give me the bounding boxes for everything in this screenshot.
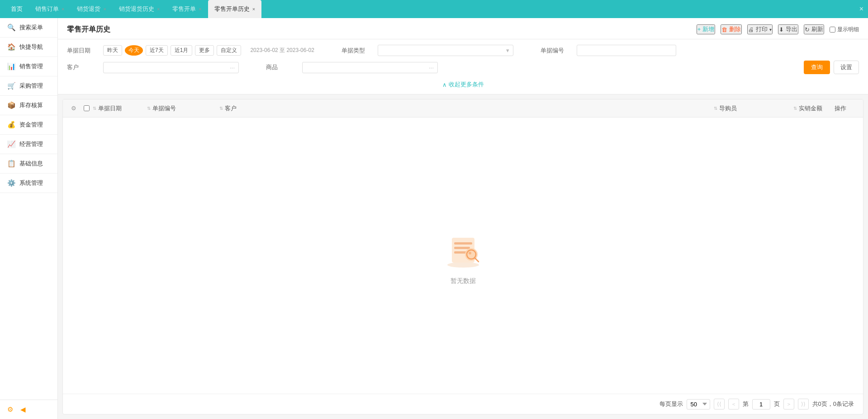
type-filter-select[interactable]: ▾ — [378, 45, 513, 56]
refresh-button[interactable]: ↻ 刷新 — [804, 24, 824, 34]
tab-retail-open-close[interactable]: × — [199, 6, 201, 12]
table-area: ⚙ ⇅ 单据日期 ⇅ 单据编号 ⇅ 客户 ⇅ 导购员 — [62, 99, 863, 414]
display-detail-input[interactable] — [830, 27, 835, 33]
sidebar-item-quick-nav[interactable]: 🏠 快捷导航 — [0, 38, 57, 57]
add-button[interactable]: + 新增 — [697, 24, 715, 34]
tab-sales-return-history-label: 销货退货历史 — [119, 5, 154, 13]
setting-button[interactable]: 设置 — [834, 61, 859, 74]
last-page-btn[interactable]: ⟩⟩ — [798, 399, 809, 410]
sidebar-item-inventory[interactable]: 📦 库存核算 — [0, 96, 57, 115]
customer-ellipsis: ··· — [230, 64, 235, 71]
page-size-label: 每页显示 — [659, 400, 683, 408]
col-guide-label: 导购员 — [719, 104, 737, 113]
sidebar-item-basic-info-label: 基础信息 — [19, 160, 43, 168]
date-range-display: 2023-06-02 至 2023-06-02 — [250, 47, 314, 54]
sidebar-item-sales-mgmt[interactable]: 📊 销售管理 — [0, 57, 57, 76]
sidebar-item-basic-info[interactable]: 📋 基础信息 — [0, 154, 57, 174]
col-customer-sort-icon: ⇅ — [219, 106, 223, 111]
query-button[interactable]: 查询 — [804, 61, 830, 74]
col-amount-sort-icon: ⇅ — [793, 106, 797, 111]
sidebar-item-quick-nav-label: 快捷导航 — [19, 43, 43, 51]
goods-ellipsis: ··· — [429, 64, 434, 71]
tab-sales-return-history-close[interactable]: × — [157, 6, 160, 12]
tab-sales-return-history[interactable]: 销货退货历史 × — [113, 0, 166, 18]
sidebar-item-search-purchase[interactable]: 🔍 搜索采单 — [0, 18, 57, 38]
number-filter-input[interactable] — [577, 45, 676, 56]
select-all-checkbox[interactable] — [84, 105, 90, 111]
col-date-label: 单据日期 — [98, 104, 122, 113]
col-num-sort-icon: ⇅ — [147, 106, 151, 111]
page-header: 零售开单历史 + 新增 🗑 删除 🖨 打印 ▾ ⬇ 导出 — [58, 18, 868, 39]
col-date-sort-icon: ⇅ — [93, 106, 96, 111]
sidebar-item-purchase-mgmt[interactable]: 🛒 采购管理 — [0, 76, 57, 96]
date-btn-custom[interactable]: 自定义 — [217, 45, 241, 56]
sidebar-item-finance[interactable]: 💰 资金管理 — [0, 115, 57, 135]
collapse-more-btn[interactable]: ∧ 收起更多条件 — [442, 80, 484, 89]
col-header-guide[interactable]: ⇅ 导购员 — [714, 104, 768, 113]
filter-area: 单据日期 昨天 今天 近7天 近1月 更多 自定义 2023-06-02 至 2… — [58, 39, 868, 94]
svg-point-8 — [469, 252, 471, 254]
next-page-btn[interactable]: ＞ — [783, 399, 794, 410]
print-button[interactable]: 🖨 打印 ▾ — [747, 24, 773, 34]
page-number-input[interactable] — [752, 399, 770, 410]
table-header: ⚙ ⇅ 单据日期 ⇅ 单据编号 ⇅ 客户 ⇅ 导购员 — [63, 99, 863, 118]
date-btn-more[interactable]: 更多 — [195, 45, 214, 56]
business-icon: 📈 — [7, 140, 16, 148]
col-guide-sort-icon: ⇅ — [714, 106, 717, 111]
type-dropdown-icon: ▾ — [506, 47, 509, 54]
tab-sales-order-close[interactable]: × — [62, 6, 64, 12]
filter-more-row: ∧ 收起更多条件 — [67, 79, 859, 89]
sidebar-item-business[interactable]: 📈 经营管理 — [0, 135, 57, 154]
tab-sales-return[interactable]: 销货退货 × — [71, 0, 112, 18]
date-btn-yesterday[interactable]: 昨天 — [103, 45, 122, 56]
prev-page-btn[interactable]: ＜ — [728, 399, 739, 410]
tab-retail-open[interactable]: 零售开单 × — [166, 0, 208, 18]
sidebar-collapse-icon[interactable]: ◀ — [20, 405, 26, 414]
display-detail-label: 显示明细 — [837, 26, 859, 33]
page-size-select[interactable]: 50 100 200 — [687, 399, 710, 410]
tab-sales-return-label: 销货退货 — [77, 5, 100, 13]
add-button-label: + 新增 — [697, 25, 714, 33]
sidebar-item-business-label: 经营管理 — [19, 140, 43, 148]
page-title: 零售开单历史 — [67, 25, 110, 34]
print-icon: 🖨 — [748, 26, 754, 33]
export-button[interactable]: ⬇ 导出 — [778, 24, 798, 34]
svg-line-7 — [475, 258, 479, 262]
table-select-all[interactable] — [80, 105, 93, 111]
sidebar-settings-icon[interactable]: ⚙ — [7, 405, 13, 414]
filter-row-1: 单据日期 昨天 今天 近7天 近1月 更多 自定义 2023-06-02 至 2… — [67, 45, 859, 56]
tab-sales-return-close[interactable]: × — [103, 6, 106, 12]
export-button-label: 导出 — [786, 25, 797, 33]
svg-rect-3 — [454, 247, 470, 249]
sidebar-item-system[interactable]: ⚙️ 系统管理 — [0, 174, 57, 193]
display-detail-checkbox[interactable]: 显示明细 — [830, 26, 859, 33]
number-filter-label: 单据编号 — [541, 47, 568, 55]
tab-retail-history[interactable]: 零售开单历史 × — [208, 0, 261, 18]
print-button-label: 打印 — [756, 25, 768, 33]
collapse-icon: ∧ — [442, 81, 447, 88]
goods-filter-select[interactable]: ··· — [302, 62, 438, 73]
col-header-number[interactable]: ⇅ 单据编号 — [147, 104, 219, 113]
table-settings-icon[interactable]: ⚙ — [67, 105, 80, 112]
first-page-btn[interactable]: ⟨⟨ — [714, 399, 725, 410]
col-header-amount[interactable]: ⇅ 实销金额 — [768, 104, 822, 113]
col-header-customer[interactable]: ⇅ 客户 — [219, 104, 714, 113]
tab-retail-history-close[interactable]: × — [252, 6, 255, 12]
date-btn-today[interactable]: 今天 — [125, 45, 143, 56]
refresh-button-label: 刷新 — [811, 25, 823, 33]
customer-filter-select[interactable]: ··· — [103, 62, 239, 73]
col-header-date[interactable]: ⇅ 单据日期 — [93, 104, 147, 113]
sidebar-item-finance-label: 资金管理 — [19, 121, 43, 129]
date-btn-1month[interactable]: 近1月 — [171, 45, 193, 56]
main-layout: 🔍 搜索采单 🏠 快捷导航 📊 销售管理 🛒 采购管理 📦 库存核算 💰 资金管… — [0, 18, 868, 419]
tab-home[interactable]: 首页 — [5, 0, 29, 18]
purchase-mgmt-icon: 🛒 — [7, 82, 16, 90]
window-close-btn[interactable]: × — [859, 5, 863, 13]
col-action-label: 操作 — [835, 104, 846, 113]
col-customer-label: 客户 — [225, 104, 237, 113]
tab-sales-order[interactable]: 销售订单 × — [29, 0, 71, 18]
inventory-icon: 📦 — [7, 101, 16, 109]
date-btn-7days[interactable]: 近7天 — [146, 45, 168, 56]
delete-button[interactable]: 🗑 删除 — [721, 24, 742, 34]
empty-illustration — [441, 226, 486, 272]
